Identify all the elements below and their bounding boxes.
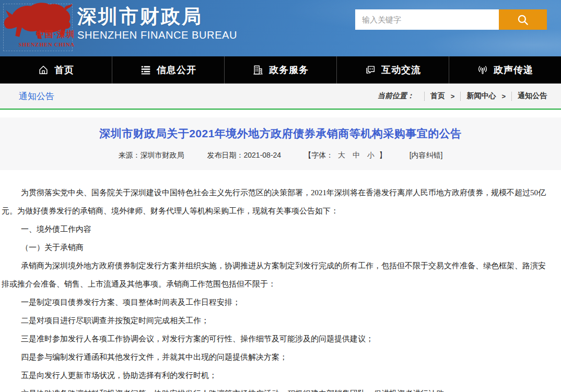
article-body: 为贯彻落实党中央、国务院关于深圳建设中国特色社会主义先行示范区的决策部署，202…	[0, 170, 561, 392]
main-nav: 首页 信息公开	[0, 56, 561, 84]
search-icon	[516, 13, 530, 27]
page: 中国·深圳 SHENZHEN CHINA 深圳市财政局 SHENZHEN FIN…	[0, 0, 561, 392]
font-size-controls: 【字体： 大 中 小 】	[304, 151, 387, 160]
channel-title[interactable]: 通知公告	[19, 90, 54, 102]
main-content: 深圳市财政局关于2021年境外地方政府债券承销商等机构采购事宜的公告 来源：深圳…	[0, 117, 561, 392]
article-meta: 来源：深圳市财政局 发布日期：2021-08-24 【字体： 大 中 小 】 […	[0, 151, 561, 160]
content-correction-button[interactable]: [内容纠错]	[410, 151, 443, 160]
nav-item-info-disclosure[interactable]: 信息公开	[112, 56, 224, 84]
nav-item-services[interactable]: 政务服务	[224, 56, 336, 84]
article-source: 来源：深圳市财政局	[119, 151, 184, 160]
site-subtitle: SHENZHEN FINANCE BUREAU	[77, 29, 237, 41]
home-icon	[38, 64, 49, 76]
site-title: 深圳市财政局	[77, 5, 237, 29]
article-paragraph: 二是对项目进行尽职调查并按预定时间完成相关工作；	[2, 312, 547, 330]
font-size-large-button[interactable]: 大	[338, 151, 345, 159]
building-icon	[252, 64, 264, 76]
breadcrumb-bar: 通知公告 当前位置： 首页 > 新闻中心 > 通知公告	[0, 84, 561, 110]
broadcast-icon	[477, 64, 488, 76]
article-paragraph: 六是协助准备路演材料和投资者问答，协助安排发行人路演等市场推广活动，积极组建内部…	[2, 385, 547, 392]
article-paragraph: 一是制定项目债券发行方案、项目整体时间表及工作日程安排；	[2, 293, 547, 312]
article-paragraph: 五是向发行人更新市场状况，协助选择有利的发行时机；	[2, 366, 547, 385]
nav-item-label: 政务服务	[269, 64, 309, 76]
search-button[interactable]	[499, 9, 547, 30]
article-paragraph: 为贯彻落实党中央、国务院关于深圳建设中国特色社会主义先行示范区的决策部署，202…	[2, 184, 547, 220]
breadcrumb-home[interactable]: 首页	[430, 91, 445, 101]
font-size-medium-button[interactable]: 中	[353, 151, 360, 159]
site-header: 中国·深圳 SHENZHEN CHINA 深圳市财政局 SHENZHEN FIN…	[0, 0, 561, 56]
chat-icon	[365, 64, 376, 76]
article-paragraph: 三是准时参加发行人各项工作协调会议，对发行方案的可行性、操作细节及可能涉及的问题…	[2, 330, 547, 348]
article-paragraph: 四是参与编制发行通函和其他发行文件，并就其中出现的问题提供解决方案；	[2, 348, 547, 366]
breadcrumb-divider	[460, 92, 461, 101]
info-list-icon	[140, 64, 151, 76]
logo-text-en: SHENZHEN CHINA	[19, 42, 75, 47]
breadcrumb-divider	[424, 92, 425, 101]
article-paragraph: （一）关于承销商	[2, 239, 547, 257]
shenzhen-bull-logo[interactable]: 中国·深圳 SHENZHEN CHINA	[1, 2, 76, 54]
font-size-small-button[interactable]: 小	[367, 151, 375, 159]
logo-text-cn: 中国·深圳	[36, 29, 75, 40]
breadcrumb-notices[interactable]: 通知公告	[518, 91, 547, 101]
site-title-block: 深圳市财政局 SHENZHEN FINANCE BUREAU	[77, 5, 237, 41]
breadcrumb-news-center[interactable]: 新闻中心	[466, 91, 496, 101]
breadcrumb-divider	[511, 92, 512, 101]
nav-item-interaction[interactable]: 互动交流	[336, 56, 449, 84]
breadcrumb-separator: >	[451, 92, 455, 100]
article-date: 发布日期：2021-08-24	[207, 151, 282, 160]
search-input[interactable]	[355, 9, 499, 30]
nav-item-label: 政声传递	[494, 64, 533, 76]
font-size-label-open: 【字体：	[304, 151, 333, 159]
search-bar	[355, 9, 547, 30]
nav-item-home[interactable]: 首页	[0, 56, 112, 84]
nav-item-label: 互动交流	[381, 64, 421, 76]
breadcrumb-separator: >	[501, 92, 506, 100]
article-header-panel: 深圳市财政局关于2021年境外地方政府债券承销商等机构采购事宜的公告 来源：深圳…	[0, 117, 561, 170]
nav-item-gov-voice[interactable]: 政声传递	[449, 56, 561, 84]
article-paragraph: 一、境外债工作内容	[2, 220, 547, 239]
article-title: 深圳市财政局关于2021年境外地方政府债券承销商等机构采购事宜的公告	[0, 126, 561, 141]
nav-item-label: 首页	[54, 64, 74, 76]
breadcrumb: 当前位置： 首页 > 新闻中心 > 通知公告	[378, 91, 547, 101]
font-size-label-close: 】	[379, 151, 387, 159]
breadcrumb-location-label: 当前位置：	[378, 91, 414, 101]
nav-item-label: 信息公开	[157, 64, 196, 76]
article-paragraph: 承销商为深圳境外地方政府债券制定发行方案并组织实施，协调推进从方案制定到发行完成…	[2, 257, 547, 293]
